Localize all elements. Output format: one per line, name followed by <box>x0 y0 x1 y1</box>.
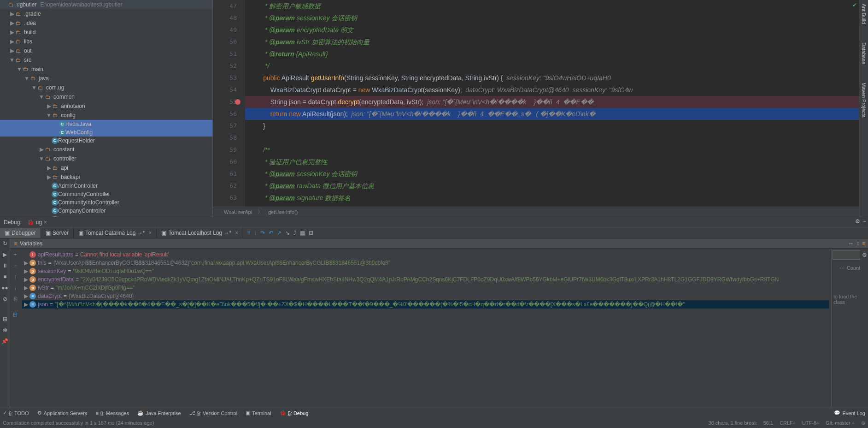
settings-icon[interactable]: ✻ <box>3 327 7 333</box>
variables-tree[interactable]: !apiResult.attrs=Cannot find local varia… <box>20 249 831 408</box>
code-line-59[interactable]: /** <box>245 144 859 156</box>
gutter-line-60[interactable]: 60 <box>213 156 237 168</box>
add-watch-icon[interactable]: + <box>13 251 17 258</box>
gutter-line-48[interactable]: 48 <box>213 12 237 24</box>
tree-arrow-icon[interactable]: ▶ <box>39 146 44 153</box>
show-watches-icon[interactable]: ⊟ <box>13 311 18 318</box>
tree-item-.gradle[interactable]: ▶🗀.gradle <box>0 9 212 18</box>
debug-tab-tomcat-localhost-log-[interactable]: ▣Tomcat Localhost Log →*× <box>157 228 243 238</box>
gutter-line-49[interactable]: 49 <box>213 24 237 36</box>
tree-item-CommunityInfoController[interactable]: CCommunityInfoController <box>0 198 212 207</box>
tree-item-CompanyController[interactable]: CCompanyController <box>0 207 212 215</box>
var-arrow-icon[interactable]: ▶ <box>24 276 29 283</box>
debug-step-icon-6[interactable]: ⤴ <box>293 230 296 236</box>
mute-breakpoints-icon[interactable]: ⊘ <box>3 296 7 302</box>
tree-arrow-icon[interactable]: ▼ <box>39 155 44 162</box>
minimize-icon[interactable]: − <box>863 218 866 225</box>
tool-window--version-control[interactable]: ⎇9: Version Control <box>189 410 237 416</box>
gutter-line-51[interactable]: 51 <box>213 48 237 60</box>
down-icon[interactable]: ↓ <box>14 285 17 291</box>
tree-arrow-icon[interactable]: ▶ <box>46 165 52 171</box>
right-bar-maven-projects[interactable]: Maven Projects <box>861 83 867 118</box>
var-arrow-icon[interactable]: ▶ <box>24 260 29 266</box>
debug-step-icon-2[interactable]: ↷ <box>260 230 265 236</box>
gutter-line-64[interactable]: 64 <box>213 204 237 207</box>
gutter-line-62[interactable]: 62 <box>213 180 237 192</box>
debug-tab-tomcat-catalina-log-[interactable]: ▣Tomcat Catalina Log →*× <box>74 228 157 238</box>
tree-arrow-icon[interactable]: ▼ <box>31 84 37 91</box>
tree-item-constant[interactable]: ▶🗀constant <box>0 145 212 154</box>
tool-window--messages[interactable]: ≡0: Messages <box>95 410 129 416</box>
tree-item-RequestHolder[interactable]: CRequestHolder <box>0 137 212 145</box>
list-icon[interactable]: ≡ <box>862 240 865 247</box>
tree-item-api[interactable]: ▶🗀api <box>0 163 212 172</box>
status-item[interactable]: UTF-8÷ <box>802 420 819 426</box>
close-icon[interactable]: × <box>44 219 47 226</box>
stop-icon[interactable]: ■ <box>3 273 6 280</box>
tree-item-RedisJava[interactable]: CRedisJava <box>0 120 212 128</box>
tree-item-.idea[interactable]: ▶🗀.idea <box>0 18 212 28</box>
run-config-name[interactable]: ug <box>36 219 42 226</box>
var-arrow-icon[interactable]: ▶ <box>24 268 29 274</box>
tree-arrow-icon[interactable]: ▼ <box>17 66 22 72</box>
tree-arrow-icon[interactable]: ▼ <box>39 94 44 100</box>
gutter-line-54[interactable]: 54 <box>213 84 237 96</box>
var-row-sessionKey[interactable]: ▶psessionKey="9slO4wHeiOD+uqIaH0u1wQ==" <box>22 267 829 275</box>
code-line-61[interactable]: * @param sessionKey 会话密钥 <box>245 168 859 180</box>
tree-item-src[interactable]: ▼🗀src <box>0 55 212 65</box>
debug-step-icon-3[interactable]: ↶ <box>269 230 273 236</box>
gutter-line-56[interactable]: 56 <box>213 108 237 120</box>
tool-window--todo[interactable]: ✓6: TODO <box>3 410 29 416</box>
debug-tab-debugger[interactable]: ▣Debugger <box>0 228 41 238</box>
tree-arrow-icon[interactable]: ▶ <box>9 20 15 26</box>
debug-tab-server[interactable]: ▣Server <box>41 228 74 238</box>
search-input[interactable] <box>833 250 860 260</box>
collapse-icon[interactable]: ↕ <box>856 240 859 247</box>
var-row-ivStr[interactable]: ▶pivStr="m/JoAX+mCC2iXDjfGp0Plg==" <box>22 284 829 292</box>
code-line-51[interactable]: * @return {ApiResult} <box>245 48 859 60</box>
var-row-this[interactable]: ▶pthis={WxaUserApi$$EnhancerByCGLIB$$318… <box>22 259 829 267</box>
code-line-48[interactable]: * @param sessionKey 会话密钥 <box>245 12 859 24</box>
code-line-49[interactable]: * @param encryptedData 明文 <box>245 24 859 36</box>
breakpoint-icon[interactable] <box>235 99 240 105</box>
tree-item-com.ug[interactable]: ▼🗀com.ug <box>0 83 212 92</box>
tree-item-AdminController[interactable]: CAdminController <box>0 182 212 190</box>
code-line-50[interactable]: * @param ivStr 加密算法的初始向量 <box>245 36 859 48</box>
code-line-58[interactable] <box>245 132 859 144</box>
tree-arrow-icon[interactable]: ▼ <box>9 57 15 63</box>
tree-item-controller[interactable]: ▼🗀controller <box>0 154 212 163</box>
tool-window-application-servers[interactable]: ⚙Application Servers <box>37 410 88 416</box>
debug-step-icon-0[interactable]: ≡ <box>247 230 250 236</box>
breadcrumb-method[interactable]: getUserInfo() <box>268 209 298 215</box>
status-item[interactable]: ⊕ <box>861 420 865 426</box>
code-line-55[interactable]: String json = dataCrypt.decrypt(encrypte… <box>245 96 859 108</box>
more-icon[interactable]: … <box>839 263 845 270</box>
debug-step-icon-8[interactable]: ⊟ <box>309 230 313 236</box>
debug-step-icon-4[interactable]: ↗ <box>277 230 282 236</box>
rerun-icon[interactable]: ↻ <box>3 240 7 247</box>
view-breakpoints-icon[interactable]: ●● <box>1 285 8 291</box>
var-arrow-icon[interactable]: ▶ <box>24 301 29 308</box>
layout-icon[interactable]: ⊞ <box>3 316 7 322</box>
tree-arrow-icon[interactable]: ▶ <box>9 29 15 36</box>
filter-icon[interactable]: ⚙ <box>862 252 867 258</box>
project-tree[interactable]: 🗀ugbutlerE:\open\idea\waibao\test\ugbutl… <box>0 0 213 217</box>
tool-window-java-enterprise[interactable]: ☕Java Enterprise <box>137 410 181 416</box>
gutter-line-52[interactable]: 52 <box>213 60 237 72</box>
tree-item-annotaion[interactable]: ▶🗀annotaion <box>0 101 212 111</box>
tool-window-terminal[interactable]: ▣Terminal <box>246 410 271 416</box>
copy-icon[interactable]: ⎘ <box>14 296 17 302</box>
gutter-line-55[interactable]: 55 <box>213 96 237 108</box>
var-arrow-icon[interactable]: ▶ <box>24 293 29 299</box>
editor-gutter[interactable]: 474849505152535455565758596061626364 <box>213 0 245 207</box>
code-line-54[interactable]: WxaBizDataCrypt dataCrypt = new WxaBizDa… <box>245 84 859 96</box>
editor[interactable]: ✔ 474849505152535455565758596061626364 *… <box>213 0 859 217</box>
var-row-apiResult.attrs[interactable]: !apiResult.attrs=Cannot find local varia… <box>22 250 829 259</box>
var-row-encryptedData[interactable]: ▶pencryptedData="2Xy042J8O5C9qpckdPRoWDV… <box>22 275 829 284</box>
code-line-60[interactable]: * 验证用户信息完整性 <box>245 156 859 168</box>
code-line-53[interactable]: public ApiResult getUserInfo(String sess… <box>245 72 859 84</box>
event-log[interactable]: 💬 Event Log <box>834 410 865 416</box>
tree-item-config[interactable]: ▼🗀config <box>0 111 212 120</box>
tree-item-java[interactable]: ▼🗀java <box>0 74 212 83</box>
tree-item-backapi[interactable]: ▶🗀backapi <box>0 172 212 182</box>
